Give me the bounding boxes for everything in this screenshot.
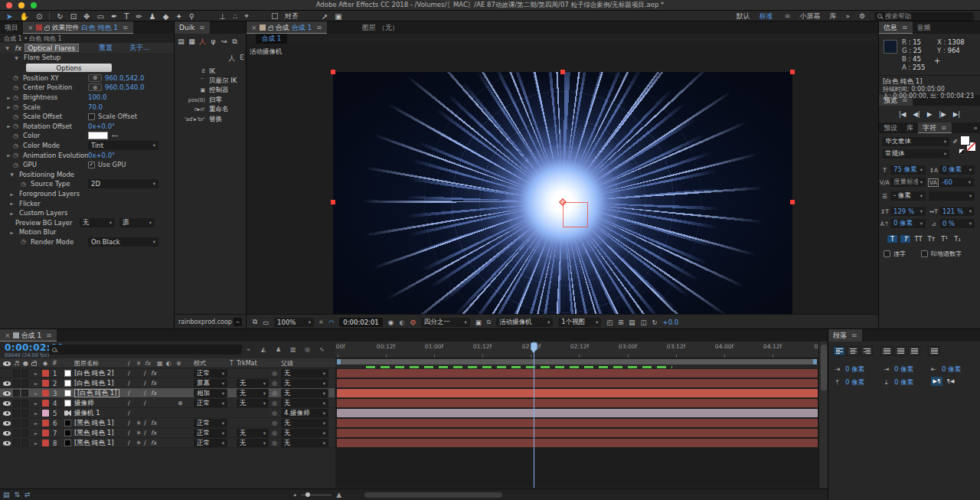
prop-position-xy[interactable]: ◷Position XY⊕960.0,542.0 bbox=[0, 74, 174, 83]
quality-switch[interactable]: ∕ bbox=[128, 398, 130, 408]
all-caps-button[interactable]: TT bbox=[913, 234, 924, 243]
gear-icon[interactable]: ⚙ bbox=[859, 12, 865, 20]
prop-rotation-offset[interactable]: ►◷Rotation Offset0x+0.0° bbox=[0, 122, 174, 132]
tracking-dropdown[interactable]: -60 bbox=[939, 178, 974, 187]
parent-pickwhip-icon[interactable]: ◎ bbox=[272, 418, 279, 428]
work-area-bar[interactable] bbox=[337, 359, 817, 364]
duik-item-rename[interactable]: n▸n'重命名 bbox=[175, 105, 246, 115]
stopwatch-icon[interactable]: ◷ bbox=[21, 181, 31, 188]
parent-pickwhip-icon[interactable]: ◎ bbox=[272, 388, 279, 398]
scale-offset-checkbox[interactable] bbox=[88, 113, 95, 120]
group-positioning-mode[interactable]: ▼Positioning Mode bbox=[0, 170, 174, 180]
align-label[interactable]: 对齐 bbox=[285, 11, 299, 21]
subscript-button[interactable]: T₁ bbox=[952, 234, 963, 243]
ltr-direction-button[interactable]: ▶¶ bbox=[931, 377, 942, 386]
parent-pickwhip-icon[interactable]: ◎ bbox=[272, 398, 279, 408]
layer-row-1[interactable]: ► 1 [白色 纯色 2] ∕∕fx 正常 ◎ 无 bbox=[0, 368, 335, 378]
view-layout-dropdown[interactable]: 1个视图 bbox=[558, 318, 601, 327]
world-axis-mode-icon[interactable]: ∴ bbox=[233, 12, 237, 21]
group-motion-blur[interactable]: ►Motion Blur bbox=[0, 227, 174, 237]
layer-name-header[interactable]: 图层名称 bbox=[74, 358, 99, 368]
hand-tool-icon[interactable]: ✋ bbox=[19, 12, 28, 21]
layer-handle[interactable] bbox=[560, 70, 565, 74]
visibility-toggle[interactable] bbox=[3, 430, 11, 437]
layer-name[interactable]: [白色 纯色 1] bbox=[74, 378, 113, 388]
trkmat-dropdown[interactable]: 无 bbox=[237, 389, 269, 397]
crosshair-button[interactable]: ⊕ bbox=[88, 83, 102, 91]
expand-layer-icon[interactable]: ► bbox=[34, 398, 42, 408]
group-flicker[interactable]: ►Flicker bbox=[0, 198, 174, 208]
comp-current-time[interactable]: 0:00:02:01 bbox=[339, 318, 382, 327]
justify-last-center-button[interactable] bbox=[894, 346, 906, 356]
options-button[interactable]: Options bbox=[26, 64, 112, 72]
workspace-standard[interactable]: 标准 bbox=[760, 11, 773, 21]
parent-dropdown[interactable]: 无 bbox=[281, 379, 328, 387]
group-expand-icon[interactable]: ► bbox=[8, 230, 16, 235]
layer-name[interactable]: 摄像机 1 bbox=[74, 408, 100, 418]
effect-header-row[interactable]: ▼ fx Optical Flares 重置 关于... bbox=[0, 43, 174, 53]
workspace-small-screen[interactable]: 小屏幕 bbox=[799, 11, 820, 21]
parent-dropdown[interactable]: 4.摄像师 bbox=[281, 409, 328, 417]
parent-pickwhip-icon[interactable]: ◎ bbox=[272, 438, 279, 448]
shape-tool-icon[interactable]: ▭ bbox=[96, 12, 103, 21]
expand-layer-icon[interactable]: ► bbox=[34, 408, 42, 418]
duik-item-replace[interactable]: 'ad'▸'br'替换 bbox=[175, 115, 246, 125]
help-search-box[interactable] bbox=[874, 12, 974, 21]
font-style-dropdown[interactable]: 常规体 bbox=[882, 149, 949, 158]
layer-row-2[interactable]: ► 2 [白色 纯色 1] ∕∕fx 屏幕 无 ◎ 无 bbox=[0, 378, 335, 388]
comp-flowchart-icon[interactable]: ⌁ bbox=[247, 345, 250, 355]
transform-icon[interactable]: ⇄ bbox=[24, 491, 31, 498]
eyedropper-icon[interactable]: ⊷ bbox=[112, 132, 119, 139]
default-colors-icon[interactable] bbox=[959, 149, 965, 155]
close-tab-icon[interactable]: × bbox=[5, 332, 11, 339]
align-checkbox-icon[interactable] bbox=[272, 13, 278, 19]
mode-dropdown[interactable]: 相加 bbox=[194, 389, 227, 397]
preview-bg-dropdown[interactable]: 无 bbox=[80, 218, 115, 227]
fx-switch[interactable]: fx bbox=[151, 368, 157, 378]
gpu-checkbox[interactable]: ✓ bbox=[88, 162, 95, 168]
layer-name-editing[interactable]: [白色 纯色 1] bbox=[74, 389, 119, 397]
duik-export-icon[interactable]: ⧉ bbox=[230, 37, 240, 46]
playhead-line[interactable] bbox=[534, 342, 534, 488]
prop-source-type[interactable]: ◷Source Type2D bbox=[0, 179, 174, 189]
label-color[interactable] bbox=[42, 420, 49, 426]
prop-value[interactable]: 100.0 bbox=[88, 93, 106, 101]
tab-timeline-comp[interactable]: × 合成 1 ≡ bbox=[0, 329, 57, 342]
layer-row-7[interactable]: ► 7 [黑色 纯色 1] ∕✳∕fx 正常 无 ◎ 无 bbox=[0, 428, 335, 438]
transparency-grid-icon[interactable]: ⧅ bbox=[487, 318, 491, 326]
duik-item-zero[interactable]: pos(0)归零 bbox=[175, 96, 246, 106]
time-ruler[interactable]: 0:00f 00:12f 01:00f 01:12f 02:00f 02:12f… bbox=[335, 342, 818, 358]
flowchart-icon[interactable]: ◫ bbox=[640, 319, 646, 326]
layer-bar-8[interactable] bbox=[337, 439, 818, 447]
layer-row-4[interactable]: ► 4 摄像师 ∕∕⊕ 正常 无 ◎ 无 bbox=[0, 398, 335, 408]
small-caps-button[interactable]: Tᴛ bbox=[926, 234, 937, 243]
quality-switch[interactable]: ∕ bbox=[128, 368, 130, 378]
kerning-dropdown[interactable]: 度量标准 bbox=[890, 178, 926, 187]
quality-switch[interactable]: ∕ bbox=[128, 418, 130, 428]
eraser-tool-icon[interactable]: ◆ bbox=[163, 12, 169, 21]
indent-right-value[interactable]: 0 像素 bbox=[942, 365, 961, 374]
stopwatch-icon[interactable]: ◷ bbox=[13, 74, 23, 81]
group-expand-icon[interactable]: ► bbox=[8, 201, 16, 206]
stopwatch-icon[interactable]: ◷ bbox=[21, 238, 31, 245]
tab-duik[interactable]: Duik≡ bbox=[175, 21, 210, 34]
stopwatch-icon[interactable]: ◷ bbox=[13, 84, 23, 91]
workspace-default[interactable]: 默认 bbox=[737, 11, 750, 21]
show-snapshot-icon[interactable]: ◐ bbox=[399, 319, 404, 326]
duik-rigging-icon[interactable]: 人 bbox=[198, 37, 207, 46]
panel-menu-icon[interactable]: ≡ bbox=[941, 124, 947, 132]
trkmat-dropdown[interactable]: 无 bbox=[237, 379, 269, 387]
fast-preview-icon[interactable]: ⊞ bbox=[618, 319, 623, 326]
eyedropper-icon[interactable]: ✐ bbox=[952, 138, 958, 145]
expand-icon[interactable]: ► bbox=[5, 123, 13, 129]
group-flare-setup[interactable]: ▼Flare Setup bbox=[0, 53, 174, 63]
prop-color[interactable]: ◷Color⊷ bbox=[0, 131, 174, 141]
layer-name[interactable]: [黑色 纯色 1] bbox=[74, 428, 113, 438]
parent-dropdown[interactable]: 无 bbox=[281, 399, 328, 407]
prop-center-position[interactable]: ◷Center Position⊕960.0,540.0 bbox=[0, 83, 174, 93]
prev-frame-icon[interactable]: ◀| bbox=[913, 110, 920, 118]
tab-effect-controls[interactable]: × 效果控件 白色 纯色 1 ≡ bbox=[23, 21, 133, 34]
parent-pickwhip-icon[interactable]: ◎ bbox=[272, 378, 279, 388]
roto-brush-tool-icon[interactable]: ✦ bbox=[175, 12, 181, 21]
main-viewer-icon[interactable]: ▭ bbox=[263, 319, 269, 326]
